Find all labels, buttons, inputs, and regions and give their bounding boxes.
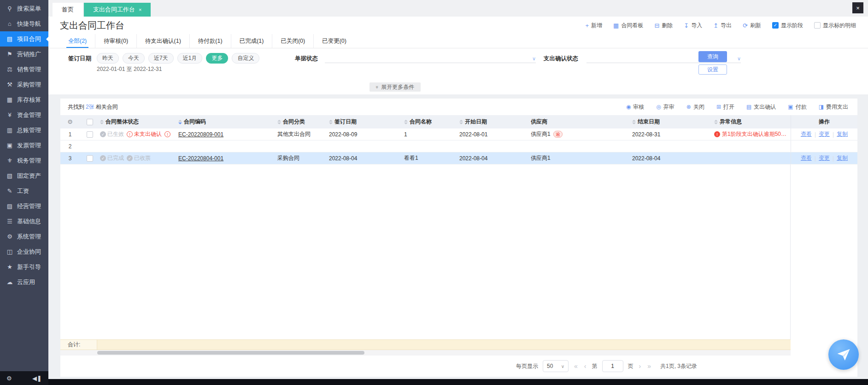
scrollbar-thumb[interactable] <box>97 351 364 355</box>
status-tab-completed[interactable]: 已完成(1) <box>231 34 273 48</box>
sidebar-item-tax[interactable]: ⚜税务管理 <box>0 153 48 168</box>
sort-icon[interactable] <box>100 120 104 124</box>
expand-more-conditions-button[interactable]: » 展开更多条件 <box>369 82 421 92</box>
quick-range-7days[interactable]: 近7天 <box>148 53 174 64</box>
sidebar-item-project-contract[interactable]: ▤项目合同 <box>0 31 48 47</box>
collapse-sidebar-icon[interactable]: ◀❚ <box>32 375 42 382</box>
status-tab-pending-payment[interactable]: 待付款(1) <box>190 34 231 48</box>
sort-icon[interactable] <box>329 120 333 124</box>
col-header-contract-code[interactable]: 合同编码 <box>178 118 277 126</box>
sidebar-item-ledger[interactable]: ▥总账管理 <box>0 122 48 138</box>
sidebar-item-sales[interactable]: ⚖销售管理 <box>0 62 48 77</box>
settings-button[interactable]: 设置 <box>698 64 727 75</box>
window-close-button[interactable]: × <box>852 2 863 13</box>
sort-icon[interactable] <box>632 120 636 124</box>
sidebar-item-marketing[interactable]: ⚑营销推广 <box>0 47 48 62</box>
assistant-button[interactable] <box>828 339 859 370</box>
col-header-sign-date[interactable]: 签订日期 <box>329 118 404 126</box>
col-header-error-info[interactable]: 异常信息 <box>714 118 791 126</box>
view-link[interactable]: 查看 <box>801 130 812 138</box>
copy-link[interactable]: 复制 <box>837 130 848 138</box>
sidebar-item-collaboration[interactable]: ◫企业协同 <box>0 244 48 259</box>
contract-code-link[interactable]: EC-20220804-001 <box>178 155 223 162</box>
more-ranges-button[interactable]: 更多 <box>206 53 228 64</box>
change-link[interactable]: 变更 <box>819 154 830 162</box>
sidebar-item-invoice[interactable]: ▣发票管理 <box>0 138 48 153</box>
open-contract-button[interactable]: ⊞打开 <box>716 103 734 111</box>
expense-spend-button[interactable]: ◨费用支出 <box>819 103 848 111</box>
next-page-button[interactable]: › <box>638 362 642 370</box>
status-tab-changed[interactable]: 已变更(0) <box>314 34 355 48</box>
show-stage-checkbox[interactable]: 显示阶段 <box>772 22 803 29</box>
add-button[interactable]: +新增 <box>585 22 602 29</box>
col-header-contract-status[interactable]: 合同整体状态 <box>100 118 178 126</box>
page-number-input[interactable] <box>602 360 623 372</box>
sidebar-item-guide[interactable]: ★新手引导 <box>0 259 48 274</box>
sidebar-item-system[interactable]: ⚙系统管理 <box>0 229 48 244</box>
sidebar-item-funds[interactable]: ¥资金管理 <box>0 107 48 122</box>
sidebar-item-purchase[interactable]: ⚒采购管理 <box>0 77 48 92</box>
export-button[interactable]: ↥导出 <box>713 22 732 29</box>
table-row[interactable]: 2 <box>60 140 857 152</box>
row-checkbox[interactable] <box>87 131 93 138</box>
first-page-button[interactable]: « <box>573 362 579 370</box>
checkbox-icon[interactable] <box>814 22 821 29</box>
sidebar-item-base-info[interactable]: ☰基础信息 <box>0 214 48 229</box>
sidebar-item-search-menu[interactable]: ⚲搜索菜单 <box>0 1 48 16</box>
audit-button[interactable]: ◉审核 <box>626 103 644 111</box>
col-header-contract-name[interactable]: 合同名称 <box>404 118 459 126</box>
status-tab-closed[interactable]: 已关闭(0) <box>272 34 314 48</box>
tab-close-icon[interactable]: × <box>139 7 141 12</box>
horizontal-scrollbar[interactable] <box>60 350 791 356</box>
sort-icon[interactable] <box>404 120 408 124</box>
close-contract-button[interactable]: ⊗关闭 <box>686 103 704 111</box>
quick-range-yesterday[interactable]: 昨天 <box>97 53 119 64</box>
change-link[interactable]: 变更 <box>819 130 830 138</box>
checkbox-icon[interactable] <box>772 22 779 29</box>
col-header-start-date[interactable]: 开始日期 <box>459 118 531 126</box>
sort-icon[interactable] <box>178 120 182 124</box>
col-header-end-date[interactable]: 结束日期 <box>632 118 714 126</box>
status-tab-all[interactable]: 全部(2) <box>60 34 95 48</box>
table-row-selected[interactable]: 3 已完成 已收票 EC-20220804-001 采购合同 2022-08-0… <box>60 152 857 164</box>
sidebar-item-fixed-assets[interactable]: ▧固定资产 <box>0 168 48 183</box>
sidebar-item-cloud[interactable]: ☁云应用 <box>0 274 48 290</box>
select-all-checkbox[interactable] <box>87 119 93 125</box>
per-page-select[interactable]: 50∨ <box>543 360 569 372</box>
col-header-supplier[interactable]: 供应商 <box>531 118 632 126</box>
sidebar-item-inventory[interactable]: ▦库存核算 <box>0 92 48 107</box>
sidebar-item-salary[interactable]: ✎工资 <box>0 183 48 198</box>
import-button[interactable]: ↧导入 <box>684 22 702 29</box>
sort-icon[interactable] <box>277 120 281 124</box>
tab-expense-contract-workbench[interactable]: 支出合同工作台 × <box>84 3 151 17</box>
sidebar-item-quick-nav[interactable]: ⌂快捷导航 <box>0 16 48 31</box>
doc-status-select[interactable]: ∨ <box>325 53 536 63</box>
quick-range-today[interactable]: 今天 <box>123 53 145 64</box>
col-header-contract-category[interactable]: 合同分类 <box>277 118 329 126</box>
prev-page-button[interactable]: ‹ <box>583 362 587 370</box>
last-page-button[interactable]: » <box>646 362 652 370</box>
tab-home[interactable]: 首页 <box>53 3 83 17</box>
sort-icon[interactable] <box>459 120 463 124</box>
contract-code-link[interactable]: EC-20220809-001 <box>178 131 223 138</box>
custom-range-button[interactable]: 自定义 <box>232 53 259 64</box>
settings-gear-icon[interactable]: ⚙ <box>6 375 12 382</box>
sort-icon[interactable] <box>714 120 718 124</box>
column-settings-gear-icon[interactable]: ⚙ <box>67 118 73 125</box>
date-range-value[interactable]: 2022-01-01 至 2022-12-31 <box>97 65 162 73</box>
payment-button[interactable]: ▣付款 <box>788 103 806 111</box>
table-row[interactable]: 1 已生效 未支出确认 EC-20220809-001 其他支出合同 2022-… <box>60 128 857 140</box>
quick-range-1month[interactable]: 近1月 <box>177 53 203 64</box>
contract-board-button[interactable]: ▦合同看板 <box>613 22 643 29</box>
delete-button[interactable]: ⊟删除 <box>654 22 673 29</box>
view-link[interactable]: 查看 <box>801 154 812 162</box>
sidebar-item-operation[interactable]: ▨经营管理 <box>0 198 48 214</box>
show-subject-detail-checkbox[interactable]: 显示标的明细 <box>814 22 856 29</box>
status-tab-pending-review[interactable]: 待审核(0) <box>95 34 137 48</box>
unaudit-button[interactable]: ◎弃审 <box>656 103 674 111</box>
search-button[interactable]: 查询 <box>698 51 727 62</box>
row-checkbox[interactable] <box>87 155 93 162</box>
refresh-button[interactable]: ⟳刷新 <box>743 22 761 29</box>
expense-confirm-button[interactable]: ▤支出确认 <box>746 103 776 111</box>
copy-link[interactable]: 复制 <box>837 154 848 162</box>
